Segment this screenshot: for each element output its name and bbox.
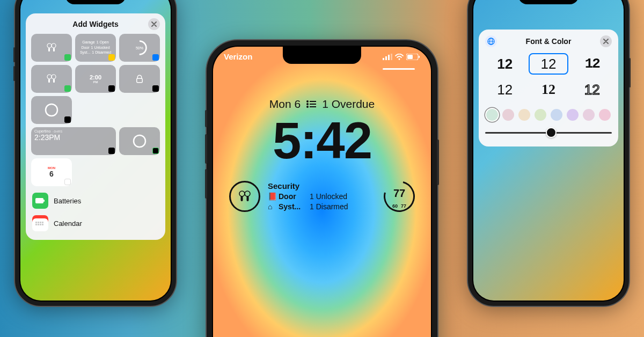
svg-point-38 bbox=[245, 191, 250, 196]
font-option-serif[interactable]: 12 bbox=[529, 79, 568, 100]
svg-rect-17 bbox=[40, 222, 41, 223]
security-title: Security bbox=[268, 181, 376, 192]
color-swatch[interactable] bbox=[502, 109, 514, 121]
svg-rect-16 bbox=[38, 222, 39, 223]
focus-indicator bbox=[383, 68, 415, 70]
wifi-icon bbox=[395, 54, 404, 60]
carrier-label: Verizon bbox=[224, 52, 252, 61]
lock-date-row[interactable]: Mon 6 1 Overdue bbox=[213, 98, 431, 111]
svg-rect-15 bbox=[35, 222, 37, 223]
lock-icon bbox=[135, 74, 144, 84]
status-icons bbox=[383, 54, 420, 60]
svg-point-7 bbox=[52, 75, 56, 79]
lock-widget-airpods[interactable] bbox=[229, 181, 260, 212]
color-swatch[interactable] bbox=[486, 109, 498, 121]
svg-rect-19 bbox=[35, 224, 37, 225]
svg-rect-10 bbox=[137, 78, 143, 83]
widget-badge bbox=[64, 179, 71, 185]
widget-airpods[interactable] bbox=[31, 34, 72, 62]
svg-point-6 bbox=[47, 75, 52, 79]
color-swatch[interactable] bbox=[551, 109, 562, 121]
color-swatch[interactable] bbox=[599, 109, 611, 121]
widget-activity-ring[interactable] bbox=[119, 127, 160, 155]
svg-rect-18 bbox=[42, 222, 43, 223]
font-option-regular[interactable]: 12 bbox=[529, 53, 568, 75]
svg-point-31 bbox=[306, 100, 309, 102]
lock-widgets-row: Security 📕Door1 Unlocked ⌂Syst...1 Disar… bbox=[229, 181, 415, 212]
svg-rect-36 bbox=[310, 106, 316, 107]
screen-center: Verizon Mon 6 1 Overdue 5:42 Security 📕D… bbox=[213, 47, 431, 337]
font-option-outline[interactable]: 12 bbox=[573, 79, 612, 100]
temp-now: 77 bbox=[384, 187, 415, 200]
widget-world-clock[interactable]: Cupertino -3HRS 2:23PM bbox=[31, 127, 116, 155]
power-button[interactable] bbox=[437, 140, 439, 185]
panel-header: Font & Color bbox=[485, 37, 612, 46]
widget-clock[interactable]: 2:00 PM bbox=[75, 65, 116, 93]
svg-point-33 bbox=[306, 103, 309, 105]
widget-badge bbox=[108, 148, 115, 154]
widget-airpods[interactable] bbox=[31, 65, 72, 93]
mute-switch[interactable] bbox=[205, 110, 207, 127]
font-color-panel: Font & Color 12 12 12 12 12 12 bbox=[479, 30, 618, 146]
volume-down-button[interactable] bbox=[205, 169, 207, 199]
lock-widget-weather[interactable]: 77 60 77 bbox=[384, 181, 415, 212]
widget-badge bbox=[64, 54, 71, 61]
volume-up-button[interactable] bbox=[13, 47, 15, 62]
color-swatch[interactable] bbox=[518, 109, 530, 121]
widget-battery-gauge[interactable]: 50% bbox=[119, 34, 160, 62]
reminder-label: 1 Overdue bbox=[322, 98, 375, 111]
svg-point-12 bbox=[134, 135, 145, 147]
slider-thumb[interactable] bbox=[546, 127, 557, 138]
close-button[interactable] bbox=[600, 35, 612, 47]
add-widgets-panel: Add Widgets Garage 1 Open Door 1 Unlocke… bbox=[26, 13, 165, 240]
batteries-app-icon bbox=[32, 193, 48, 209]
close-icon bbox=[151, 21, 157, 27]
widget-badge bbox=[64, 116, 71, 123]
svg-rect-21 bbox=[40, 224, 41, 225]
app-row-batteries[interactable]: Batteries bbox=[31, 191, 160, 211]
airpods-icon bbox=[237, 188, 253, 204]
app-list: Batteries Calendar bbox=[31, 191, 160, 233]
calendar-app-icon bbox=[32, 215, 48, 231]
font-option-slab[interactable]: 12 bbox=[573, 53, 612, 75]
intensity-slider[interactable] bbox=[485, 128, 612, 137]
volume-down-button[interactable] bbox=[13, 66, 15, 81]
app-row-calendar[interactable]: Calendar bbox=[31, 213, 160, 233]
globe-button[interactable] bbox=[485, 35, 497, 47]
close-icon bbox=[603, 39, 609, 44]
svg-rect-25 bbox=[388, 55, 390, 60]
volume-up-button[interactable] bbox=[205, 134, 207, 164]
widget-calendar[interactable]: MON 6 bbox=[31, 158, 72, 186]
svg-rect-3 bbox=[53, 48, 55, 52]
airpods-icon bbox=[45, 41, 58, 54]
svg-rect-23 bbox=[383, 58, 384, 60]
power-button[interactable] bbox=[629, 58, 631, 87]
svg-rect-39 bbox=[241, 196, 243, 201]
notch bbox=[283, 47, 361, 64]
svg-point-37 bbox=[239, 191, 245, 196]
widget-lock[interactable] bbox=[119, 65, 160, 93]
panel-title: Font & Color bbox=[526, 37, 572, 46]
svg-rect-14 bbox=[43, 200, 45, 202]
font-option-bold[interactable]: 12 bbox=[485, 53, 524, 75]
phone-left: Add Widgets Garage 1 Open Door 1 Unlocke… bbox=[15, 0, 176, 306]
color-swatch[interactable] bbox=[567, 109, 579, 121]
svg-rect-22 bbox=[42, 224, 43, 225]
lock-widget-security[interactable]: Security 📕Door1 Unlocked ⌂Syst...1 Disar… bbox=[268, 181, 376, 212]
color-swatch[interactable] bbox=[583, 109, 595, 121]
widget-circle[interactable] bbox=[31, 96, 72, 124]
svg-rect-2 bbox=[48, 48, 50, 52]
font-option-thin[interactable]: 12 bbox=[485, 79, 524, 100]
svg-rect-26 bbox=[391, 54, 392, 60]
lock-time[interactable]: 5:42 bbox=[213, 111, 431, 170]
date-label: Mon 6 bbox=[269, 98, 301, 111]
widget-security-small[interactable]: Garage 1 Open Door 1 Unlocked Syst... 1 … bbox=[75, 34, 116, 62]
color-row bbox=[485, 109, 612, 121]
close-button[interactable] bbox=[148, 18, 160, 30]
widget-badge bbox=[108, 54, 115, 61]
list-icon bbox=[306, 100, 317, 108]
gauge-icon: 50% bbox=[131, 39, 148, 56]
color-swatch[interactable] bbox=[535, 109, 546, 121]
svg-rect-30 bbox=[419, 56, 420, 58]
calendar-grid-icon bbox=[35, 222, 46, 228]
